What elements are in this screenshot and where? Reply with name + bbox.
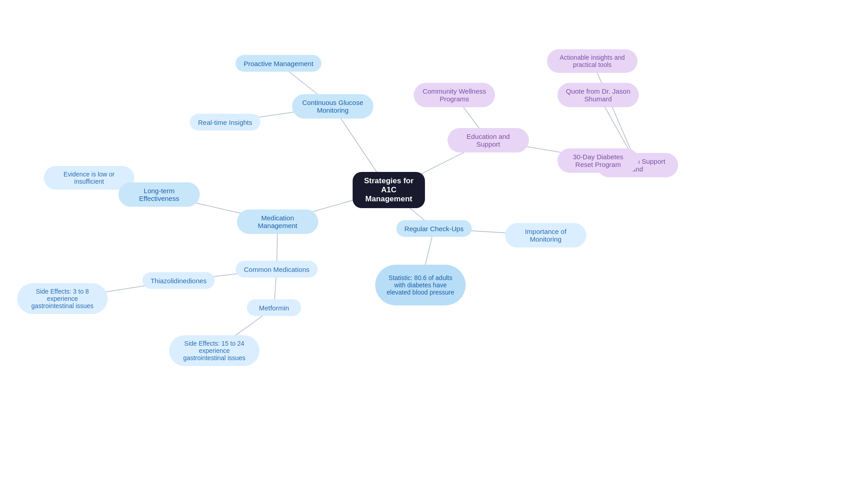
node-longterm[interactable]: Long-term Effectiveness: [118, 182, 200, 207]
node-actionable[interactable]: Actionable insights and practical tools: [547, 49, 637, 73]
node-realtime[interactable]: Real-time Insights: [190, 114, 260, 131]
node-thiazo[interactable]: Thiazolidinediones: [142, 272, 215, 289]
node-sideeffects1[interactable]: Side Effects: 3 to 8 experience gastroin…: [17, 283, 108, 314]
node-medmgmt[interactable]: Medication Management: [237, 209, 318, 234]
node-quote[interactable]: Quote from Dr. Jason Shumard: [557, 83, 639, 107]
node-community[interactable]: Community Wellness Programs: [414, 83, 495, 107]
node-sideeffects2[interactable]: Side Effects: 15 to 24 experience gastro…: [169, 335, 259, 366]
node-thirtyday[interactable]: 30-Day Diabetes Reset Program: [557, 148, 639, 173]
node-metformin[interactable]: Metformin: [247, 300, 301, 316]
node-edusupp[interactable]: Education and Support: [448, 128, 529, 152]
node-evidence[interactable]: Evidence is low or insufficient: [44, 166, 134, 190]
node-cgm[interactable]: Continuous Glucose Monitoring: [292, 94, 373, 119]
connection-lines: [0, 0, 868, 490]
node-proactive[interactable]: Proactive Management: [236, 55, 321, 72]
node-commonmeds[interactable]: Common Medications: [236, 261, 317, 278]
node-checkups[interactable]: Regular Check-Ups: [396, 220, 472, 237]
node-importance[interactable]: Importance of Monitoring: [505, 223, 586, 247]
mindmap-container: Strategies for A1C ManagementProactive M…: [0, 0, 868, 490]
node-statistic[interactable]: Statistic: 80.6 of adults with diabetes …: [375, 265, 466, 305]
center-node[interactable]: Strategies for A1C Management: [353, 172, 425, 208]
